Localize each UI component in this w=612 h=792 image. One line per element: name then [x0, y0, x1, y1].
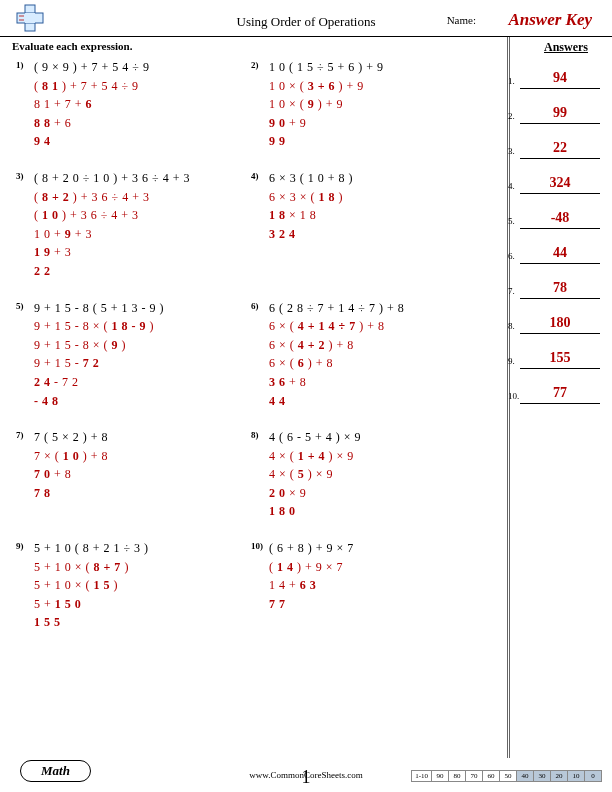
- problem-step: 1 8 × 1 8: [269, 206, 486, 225]
- problem-step: 4 × ( 1 + 4 ) × 9: [269, 447, 486, 466]
- score-cell: 10: [567, 770, 584, 782]
- score-cell: 80: [448, 770, 465, 782]
- problem-number: 9): [16, 541, 24, 551]
- problem-step: 2 2: [34, 262, 251, 281]
- answer-index: 6.: [508, 251, 515, 261]
- problem: 10)( 6 + 8 ) + 9 × 7( 1 4 ) + 9 × 71 4 +…: [251, 539, 486, 632]
- problem-step: 7 0 + 8: [34, 465, 251, 484]
- score-cell: 60: [482, 770, 499, 782]
- problem: 8)4 ( 6 - 5 + 4 ) × 94 × ( 1 + 4 ) × 94 …: [251, 428, 486, 521]
- answer-row: 4.324: [520, 165, 600, 194]
- problem-step: 7 × ( 1 0 ) + 8: [34, 447, 251, 466]
- problem-step: 7 7: [269, 595, 486, 614]
- problem-step: 9 9: [269, 132, 486, 151]
- answer-row: 3.22: [520, 130, 600, 159]
- problem-step: ( 1 0 ) + 3 6 ÷ 4 + 3: [34, 206, 251, 225]
- answer-value: 94: [520, 70, 600, 86]
- problem-row: 7)7 ( 5 × 2 ) + 87 × ( 1 0 ) + 87 0 + 87…: [16, 428, 486, 521]
- score-cell: 0: [584, 770, 602, 782]
- footer: Math www.CommonCoreSheets.com 1 1-109080…: [0, 758, 612, 788]
- answer-index: 2.: [508, 111, 515, 121]
- page-number: 1: [302, 767, 311, 788]
- answer-value: -48: [520, 210, 600, 226]
- problem-number: 10): [251, 541, 263, 551]
- answer-row: 8.180: [520, 305, 600, 334]
- answer-index: 9.: [508, 356, 515, 366]
- score-range-label: 1-10: [411, 770, 431, 782]
- problem-question: ( 9 × 9 ) + 7 + 5 4 ÷ 9: [34, 58, 251, 77]
- problem-step: 8 1 + 7 + 6: [34, 95, 251, 114]
- problem-step: 2 0 × 9: [269, 484, 486, 503]
- problem-step: 7 8: [34, 484, 251, 503]
- answer-value: 99: [520, 105, 600, 121]
- answer-index: 5.: [508, 216, 515, 226]
- problem-step: 1 8 0: [269, 502, 486, 521]
- answers-column: 1.942.993.224.3245.-486.447.788.1809.155…: [520, 60, 600, 410]
- problem-number: 5): [16, 301, 24, 311]
- answer-row: 5.-48: [520, 200, 600, 229]
- worksheet-page: Using Order of Operations Name: Answer K…: [0, 0, 612, 792]
- score-strip: 1-109080706050403020100: [411, 770, 602, 782]
- instruction-text: Evaluate each expression.: [12, 40, 133, 52]
- problem-question: 6 ( 2 8 ÷ 7 + 1 4 ÷ 7 ) + 8: [269, 299, 486, 318]
- problem-question: 6 × 3 ( 1 0 + 8 ): [269, 169, 486, 188]
- problem-step: ( 8 + 2 ) + 3 6 ÷ 4 + 3: [34, 188, 251, 207]
- answer-index: 1.: [508, 76, 515, 86]
- problem-step: ( 1 4 ) + 9 × 7: [269, 558, 486, 577]
- problem-row: 9)5 + 1 0 ( 8 + 2 1 ÷ 3 )5 + 1 0 × ( 8 +…: [16, 539, 486, 632]
- problem-number: 8): [251, 430, 259, 440]
- problem-step: 9 4: [34, 132, 251, 151]
- answer-value: 77: [520, 385, 600, 401]
- score-cell: 70: [465, 770, 482, 782]
- answers-header: Answers: [544, 40, 588, 55]
- problem-step: 6 × 3 × ( 1 8 ): [269, 188, 486, 207]
- problem-number: 1): [16, 60, 24, 70]
- problem-row: 5)9 + 1 5 - 8 ( 5 + 1 3 - 9 )9 + 1 5 - 8…: [16, 299, 486, 411]
- problem-step: ( 8 1 ) + 7 + 5 4 ÷ 9: [34, 77, 251, 96]
- problem-step: 1 9 + 3: [34, 243, 251, 262]
- problem-number: 3): [16, 171, 24, 181]
- answer-row: 9.155: [520, 340, 600, 369]
- score-cell: 40: [516, 770, 533, 782]
- answer-index: 10.: [508, 391, 519, 401]
- problem-step: 9 0 + 9: [269, 114, 486, 133]
- problem-question: 9 + 1 5 - 8 ( 5 + 1 3 - 9 ): [34, 299, 251, 318]
- problem: 5)9 + 1 5 - 8 ( 5 + 1 3 - 9 )9 + 1 5 - 8…: [16, 299, 251, 411]
- score-cell: 90: [431, 770, 448, 782]
- problem: 2)1 0 ( 1 5 ÷ 5 + 6 ) + 91 0 × ( 3 + 6 )…: [251, 58, 486, 151]
- problem-step: 9 + 1 5 - 8 × ( 1 8 - 9 ): [34, 317, 251, 336]
- problem-step: 2 4 - 7 2: [34, 373, 251, 392]
- problem-step: 4 × ( 5 ) × 9: [269, 465, 486, 484]
- problem-step: 8 8 + 6: [34, 114, 251, 133]
- answer-row: 6.44: [520, 235, 600, 264]
- header: Using Order of Operations Name: Answer K…: [0, 0, 612, 37]
- problem-step: 4 4: [269, 392, 486, 411]
- problem-step: 1 0 × ( 3 + 6 ) + 9: [269, 77, 486, 96]
- problem-step: - 4 8: [34, 392, 251, 411]
- problem-question: 4 ( 6 - 5 + 4 ) × 9: [269, 428, 486, 447]
- score-cell: 20: [550, 770, 567, 782]
- problem-question: 1 0 ( 1 5 ÷ 5 + 6 ) + 9: [269, 58, 486, 77]
- answer-value: 44: [520, 245, 600, 261]
- answer-value: 78: [520, 280, 600, 296]
- problem-step: 5 + 1 0 × ( 1 5 ): [34, 576, 251, 595]
- problem-step: 6 × ( 6 ) + 8: [269, 354, 486, 373]
- problem-number: 4): [251, 171, 259, 181]
- answer-value: 22: [520, 140, 600, 156]
- answer-index: 3.: [508, 146, 515, 156]
- answer-value: 324: [520, 175, 600, 191]
- answer-row: 2.99: [520, 95, 600, 124]
- problem-step: 5 + 1 5 0: [34, 595, 251, 614]
- problems-area: 1)( 9 × 9 ) + 7 + 5 4 ÷ 9( 8 1 ) + 7 + 5…: [16, 58, 486, 650]
- answer-index: 8.: [508, 321, 515, 331]
- problem-question: 7 ( 5 × 2 ) + 8: [34, 428, 251, 447]
- answer-row: 10.77: [520, 375, 600, 404]
- answer-value: 155: [520, 350, 600, 366]
- problem-step: 1 0 + 9 + 3: [34, 225, 251, 244]
- problem-question: 5 + 1 0 ( 8 + 2 1 ÷ 3 ): [34, 539, 251, 558]
- problem-number: 2): [251, 60, 259, 70]
- problem: 9)5 + 1 0 ( 8 + 2 1 ÷ 3 )5 + 1 0 × ( 8 +…: [16, 539, 251, 632]
- problem-step: 1 5 5: [34, 613, 251, 632]
- problem-step: 6 × ( 4 + 1 4 ÷ 7 ) + 8: [269, 317, 486, 336]
- answer-row: 7.78: [520, 270, 600, 299]
